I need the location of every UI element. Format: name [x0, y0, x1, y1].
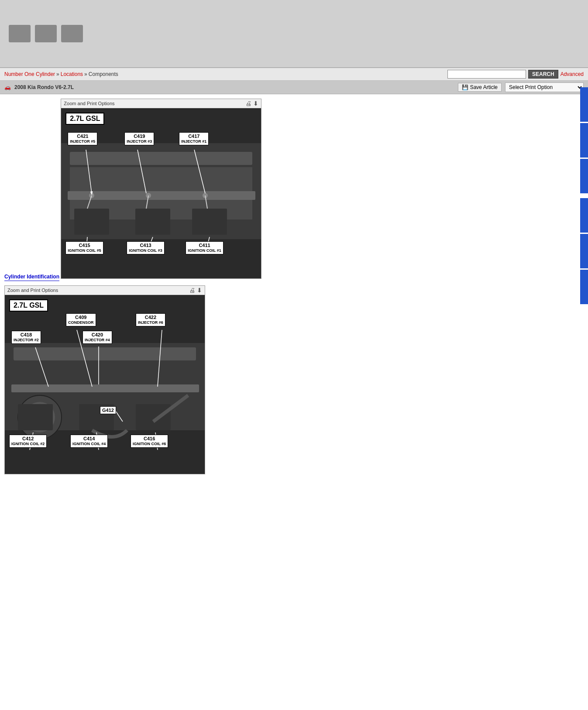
- sidebar-tab-6[interactable]: [580, 270, 588, 305]
- svg-rect-4: [74, 209, 109, 235]
- vehicle-icon: 🚗: [4, 84, 11, 90]
- header-banner: [0, 0, 588, 68]
- advanced-link[interactable]: Advanced: [560, 71, 584, 77]
- label-c414: C414 IGNITION COIL #4: [70, 435, 108, 448]
- section-title: Cylinder Identification: [4, 274, 59, 281]
- search-input[interactable]: [447, 70, 526, 79]
- breadcrumb-link-1[interactable]: Number One Cylinder: [4, 71, 55, 77]
- vehicle-bar: 🚗 2008 Kia Rondo V6-2.7L 💾 Save Article …: [0, 81, 588, 94]
- print-icon-1[interactable]: 🖨: [245, 100, 251, 107]
- zoom-print-label-2: Zoom and Print Options: [7, 288, 58, 293]
- save-article-button[interactable]: 💾 Save Article: [458, 83, 502, 92]
- label-c413: C413 IGNITION COIL #3: [127, 241, 164, 254]
- label-c419: C419 INJECTOR #3: [124, 132, 154, 145]
- sidebar-tab-1[interactable]: [580, 87, 588, 122]
- sidebar-tab-5[interactable]: [580, 234, 588, 269]
- label-c417: C417 INJECTOR #1: [179, 132, 209, 145]
- diagram-1-header: Zoom and Print Options 🖨 ⬇: [61, 99, 261, 108]
- label-c422: C422 INJECTOR #6: [136, 313, 165, 326]
- print-icon-2[interactable]: 🖨: [189, 287, 195, 294]
- save-article-label: Save Article: [470, 84, 498, 90]
- label-c411: C411 IGNITION COIL #1: [186, 241, 223, 254]
- svg-rect-6: [192, 209, 227, 235]
- diagram-1-image: 2.7L GSL C421 INJECTOR #5 C419 INJECTOR …: [61, 108, 261, 278]
- search-button[interactable]: SEARCH: [528, 70, 558, 79]
- breadcrumb-search-area: SEARCH Advanced: [447, 70, 584, 79]
- right-sidebar: [580, 87, 588, 305]
- vehicle-info: 🚗 2008 Kia Rondo V6-2.7L: [4, 84, 74, 90]
- svg-rect-23: [14, 347, 196, 360]
- label-c416: C416 IGNITION COIL #6: [131, 435, 168, 448]
- save-icon: 💾: [462, 84, 468, 90]
- svg-rect-5: [135, 209, 170, 235]
- label-g412: G412: [100, 406, 116, 414]
- breadcrumb-link-2[interactable]: Locations: [61, 71, 83, 77]
- breadcrumb-current: Components: [89, 71, 118, 77]
- label-c420: C420 INJECTOR #4: [83, 331, 112, 344]
- svg-rect-7: [68, 191, 255, 200]
- diagram-1: Zoom and Print Options 🖨 ⬇: [61, 99, 261, 279]
- sidebar-tab-3[interactable]: [580, 159, 588, 194]
- sidebar-divider: [580, 195, 588, 197]
- model-label-2: 2.7L GSL: [9, 299, 48, 312]
- diagram-2-icons: 🖨 ⬇: [189, 287, 202, 294]
- svg-rect-2: [70, 152, 252, 165]
- zoom-icon-1[interactable]: ⬇: [253, 100, 258, 107]
- diagram-1-icons: 🖨 ⬇: [245, 100, 258, 107]
- diagram-2: Zoom and Print Options 🖨 ⬇: [4, 285, 205, 474]
- print-option-select[interactable]: Select Print Option Print This Article P…: [505, 82, 584, 92]
- zoom-print-label-1: Zoom and Print Options: [64, 101, 114, 106]
- sidebar-tab-2[interactable]: [580, 123, 588, 158]
- label-c418: C418 INJECTOR #2: [11, 331, 41, 344]
- svg-rect-29: [136, 404, 171, 430]
- diagram-2-header: Zoom and Print Options 🖨 ⬇: [5, 286, 205, 295]
- sidebar-tab-4[interactable]: [580, 198, 588, 233]
- svg-rect-26: [11, 384, 199, 392]
- vehicle-label: 2008 Kia Rondo V6-2.7L: [14, 84, 74, 90]
- label-c409: C409 CONDENSOR: [66, 313, 96, 326]
- zoom-icon-2[interactable]: ⬇: [197, 287, 202, 294]
- label-c412: C412 IGNITION COIL #2: [9, 435, 47, 448]
- model-label-1: 2.7L GSL: [65, 113, 104, 125]
- vehicle-actions: 💾 Save Article Select Print Option Print…: [458, 82, 584, 92]
- svg-rect-27: [18, 404, 53, 430]
- breadcrumb: Number One Cylinder » Locations » Compon…: [4, 71, 118, 77]
- main-content: Cylinder Identification Zoom and Print O…: [0, 94, 588, 490]
- label-c421: C421 INJECTOR #5: [68, 132, 97, 145]
- breadcrumb-bar: Number One Cylinder » Locations » Compon…: [0, 68, 588, 81]
- diagram-2-image: 2.7L GSL C409 CONDENSOR C422 INJECTOR #6…: [5, 295, 205, 474]
- label-c415: C415 IGNITION COIL #5: [65, 241, 103, 254]
